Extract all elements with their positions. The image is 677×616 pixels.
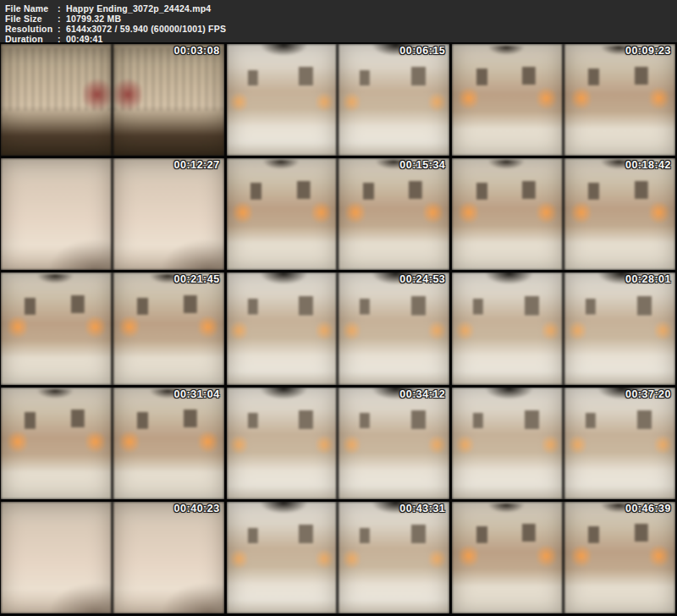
file-name-value: Happy Ending_3072p_24424.mp4	[66, 3, 211, 14]
stereo-frame	[452, 44, 675, 156]
stereo-half-right	[337, 388, 449, 499]
file-name-label: File Name	[5, 3, 58, 14]
separator: :	[58, 24, 66, 34]
stereo-half-left	[452, 502, 563, 613]
timestamp-overlay: 00:40:23	[174, 503, 220, 514]
stereo-half-left	[227, 502, 338, 613]
thumbnail-cell: 00:34:12	[227, 388, 450, 499]
stereo-half-right	[563, 272, 675, 384]
stereo-half-left	[452, 158, 563, 270]
timestamp-overlay: 00:31:04	[174, 388, 220, 400]
thumbnail-cell: 00:31:04	[1, 388, 224, 499]
thumbnail-cell: 00:24:53	[227, 272, 450, 384]
timestamp-overlay: 00:03:08	[174, 45, 220, 57]
duration-value: 00:49:41	[66, 34, 103, 44]
resolution-label: Resolution	[5, 24, 58, 34]
timestamp-overlay: 00:28:01	[625, 273, 671, 285]
timestamp-overlay: 00:12:27	[174, 159, 220, 171]
stereo-half-left	[1, 44, 112, 156]
thumbnail-cell: 00:03:08	[1, 44, 224, 156]
stereo-half-left	[1, 158, 112, 270]
timestamp-overlay: 00:09:23	[625, 45, 671, 57]
stereo-half-right	[337, 272, 449, 384]
thumbnail-cell: 00:06:15	[227, 44, 450, 156]
stereo-frame	[452, 158, 675, 270]
thumbnail-cell: 00:40:23	[1, 502, 224, 613]
stereo-half-left	[1, 388, 112, 499]
stereo-frame	[1, 502, 224, 613]
resolution-value: 6144x3072 / 59.940 (60000/1001) FPS	[66, 24, 226, 34]
timestamp-overlay: 00:37:20	[625, 388, 671, 400]
stereo-half-left	[227, 388, 338, 499]
stereo-half-right	[112, 44, 224, 156]
stereo-frame	[452, 502, 675, 613]
stereo-frame	[1, 272, 224, 384]
separator: :	[58, 34, 66, 44]
thumbnail-cell: 00:09:23	[452, 44, 675, 156]
thumbnail-cell: 00:43:31	[227, 502, 450, 613]
stereo-half-right	[563, 502, 675, 613]
timestamp-overlay: 00:46:39	[625, 503, 671, 514]
file-size-label: File Size	[5, 14, 58, 24]
stereo-half-left	[452, 388, 563, 499]
stereo-half-left	[227, 44, 338, 156]
timestamp-overlay: 00:06:15	[399, 45, 445, 57]
stereo-half-left	[452, 44, 563, 156]
stereo-half-left	[452, 272, 563, 384]
stereo-half-left	[1, 502, 112, 613]
stereo-frame	[452, 272, 675, 384]
timestamp-overlay: 00:15:34	[399, 159, 445, 171]
stereo-frame	[227, 502, 450, 613]
timestamp-overlay: 00:24:53	[399, 273, 445, 285]
resolution-row: Resolution : 6144x3072 / 59.940 (60000/1…	[5, 24, 677, 33]
timestamp-overlay: 00:21:45	[174, 273, 220, 285]
timestamp-overlay: 00:43:31	[399, 503, 445, 514]
stereo-half-right	[112, 502, 224, 613]
stereo-frame	[452, 388, 675, 499]
stereo-frame	[227, 158, 450, 270]
thumbnail-cell: 00:28:01	[452, 272, 675, 384]
stereo-half-right	[337, 158, 449, 270]
file-info-header: File Name : Happy Ending_3072p_24424.mp4…	[0, 0, 677, 42]
stereo-frame	[227, 272, 450, 384]
thumbnail-grid: 00:03:08 00:06:15 00:09:23 00:12:27 00:1…	[0, 42, 677, 616]
duration-label: Duration	[5, 34, 58, 44]
stereo-frame	[1, 158, 224, 270]
stereo-half-right	[112, 388, 224, 499]
separator: :	[58, 14, 66, 24]
stereo-frame	[1, 388, 224, 499]
stereo-half-right	[112, 272, 224, 384]
thumbnail-cell: 00:18:42	[452, 158, 675, 270]
file-size-row: File Size : 10799.32 MB	[5, 14, 677, 23]
stereo-half-right	[563, 44, 675, 156]
stereo-half-right	[112, 158, 224, 270]
stereo-frame	[227, 388, 450, 499]
stereo-half-right	[563, 388, 675, 499]
thumbnail-cell: 00:46:39	[452, 502, 675, 613]
stereo-half-right	[337, 44, 449, 156]
file-name-row: File Name : Happy Ending_3072p_24424.mp4	[5, 3, 677, 13]
stereo-frame	[227, 44, 450, 156]
stereo-half-left	[1, 272, 112, 384]
stereo-half-left	[227, 272, 338, 384]
stereo-half-right	[563, 158, 675, 270]
file-size-value: 10799.32 MB	[66, 14, 121, 24]
thumbnail-cell: 00:37:20	[452, 388, 675, 499]
timestamp-overlay: 00:18:42	[625, 159, 671, 171]
separator: :	[58, 3, 66, 14]
stereo-half-left	[227, 158, 338, 270]
stereo-frame	[1, 44, 224, 156]
thumbnail-cell: 00:15:34	[227, 158, 450, 270]
thumbnail-cell: 00:12:27	[1, 158, 224, 270]
thumbnail-cell: 00:21:45	[1, 272, 224, 384]
timestamp-overlay: 00:34:12	[399, 388, 445, 400]
stereo-half-right	[337, 502, 449, 613]
